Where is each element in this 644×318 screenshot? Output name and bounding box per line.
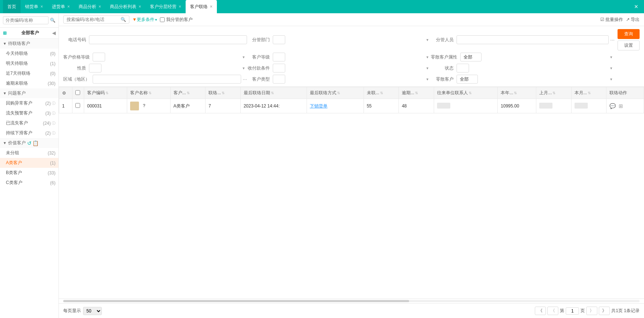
sidebar-item-today-label: 今天待联络 — [6, 50, 28, 57]
sidebar-item-declining[interactable]: 持续下滑客户 (2) ⓘ — [0, 128, 58, 138]
tab-customer-layer-close[interactable]: × — [179, 4, 181, 9]
region-dots-icon[interactable]: ··· — [243, 76, 247, 82]
contact-method-link[interactable]: 下销货单 — [310, 103, 328, 109]
th-settings[interactable]: ⚙ — [59, 87, 72, 99]
sidebar-item-tomorrow-count: (1) — [50, 61, 56, 66]
filter-search-input[interactable] — [67, 17, 119, 22]
sidebar-search-input[interactable] — [3, 16, 49, 24]
comment-action-icon[interactable]: 💬 — [609, 103, 616, 109]
sidebar-item-overdue[interactable]: 逾期未联络 (30) — [0, 78, 58, 88]
first-page-button[interactable]: 《 — [535, 307, 546, 315]
th-this-year[interactable]: 本年...⇅ — [498, 87, 536, 99]
window-close-icon[interactable]: × — [631, 3, 641, 11]
next-page-button[interactable]: 〉 — [586, 307, 597, 315]
sidebar-item-a-class[interactable]: A类客户 (1) — [0, 158, 58, 168]
th-last-month[interactable]: 上月...⇅ — [536, 87, 571, 99]
edit-icon[interactable]: 📋 — [32, 140, 39, 146]
export-btn[interactable]: ↗ 导出 — [626, 17, 640, 23]
payment-select[interactable] — [273, 64, 285, 73]
filter-search-icon[interactable]: 🔍 — [121, 17, 126, 22]
sidebar-item-today[interactable]: 今天待联络 (0) — [0, 49, 58, 59]
person-dots-icon[interactable]: ··· — [610, 37, 615, 43]
tab-customer-layer[interactable]: 客户分层经营 × — [146, 0, 186, 13]
phone-input[interactable] — [89, 35, 247, 44]
sidebar-item-declining-count: (2) — [45, 131, 51, 136]
person-input[interactable] — [457, 35, 609, 44]
prev-page-button[interactable]: 〈 — [547, 307, 558, 315]
tab-customer-contact-close[interactable]: × — [210, 4, 212, 9]
sidebar-item-week[interactable]: 近7天待联络 (0) — [0, 68, 58, 78]
retail-attr-select[interactable]: 全部 — [460, 53, 482, 61]
th-contact[interactable]: 联络...⇅ — [205, 87, 240, 99]
query-button[interactable]: 查询 — [618, 29, 640, 39]
sidebar-item-tomorrow[interactable]: 明天待联络 (1) — [0, 59, 58, 68]
more-conditions-btn[interactable]: ▼ 更多条件 ▾ — [132, 17, 157, 23]
th-overdue[interactable]: 逾期...⇅ — [399, 87, 434, 99]
sidebar-item-churn-warning[interactable]: 流失预警客户 (3) ⓘ — [0, 108, 58, 118]
group-arrow-pending: ▼ — [3, 42, 7, 46]
sidebar-search-icon[interactable]: 🔍 — [50, 18, 56, 23]
page-size-select[interactable]: 50 10 20 100 — [83, 307, 102, 315]
td-checkbox[interactable] — [72, 99, 84, 113]
sidebar-item-c-class[interactable]: C类客户 (6) — [0, 178, 58, 188]
th-code[interactable]: 客户编码⇅ — [84, 87, 127, 99]
payment-label: 收付款条件 — [247, 65, 273, 71]
th-this-month[interactable]: 本月...⇅ — [571, 87, 606, 99]
filter-bar: 🔍 ▼ 更多条件 ▾ 我分管的客户 ☑ 批量操作 ↗ 导出 — [59, 13, 644, 26]
my-customers-checkbox[interactable] — [160, 17, 165, 22]
sidebar-group-value[interactable]: ▼ 价值客户 ↺ 📋 — [0, 138, 58, 148]
th-checkbox[interactable] — [72, 87, 84, 99]
tab-sales[interactable]: 销货单 × — [21, 0, 47, 13]
all-customers-header[interactable]: ⊞ 全部客户 ◀ — [0, 28, 58, 39]
retail-customer-select[interactable]: 全部 — [457, 75, 478, 84]
td-last-contact-method[interactable]: 下销货单 — [307, 99, 364, 113]
th-contact-person[interactable]: 往来单位联系人⇅ — [434, 87, 498, 99]
price-grade-select[interactable] — [93, 53, 105, 61]
group-label-problem: 问题客户 — [8, 90, 26, 96]
sidebar-item-a-class-count: (1) — [50, 160, 56, 166]
settings-button[interactable]: 设置 — [618, 40, 640, 50]
group-label-pending: 待联络客户 — [8, 40, 30, 47]
row-checkbox[interactable] — [75, 103, 80, 108]
sidebar-group-problem[interactable]: ▼ 问题客户 — [0, 88, 58, 98]
page-number-input[interactable] — [566, 307, 579, 315]
customer-grade-select[interactable] — [273, 53, 285, 61]
sidebar-group-pending[interactable]: ▼ 待联络客户 — [0, 39, 58, 49]
last-page-button[interactable]: 》 — [599, 307, 610, 315]
sort-this-month-icon: ⇅ — [588, 91, 591, 95]
content-area: 🔍 ▼ 更多条件 ▾ 我分管的客户 ☑ 批量操作 ↗ 导出 — [59, 13, 644, 318]
tab-goods-analysis-list-close[interactable]: × — [139, 4, 141, 9]
region-input[interactable] — [93, 75, 241, 84]
sidebar-item-b-class[interactable]: B类客户 (33) — [0, 168, 58, 178]
sidebar-item-ungrouped[interactable]: 未分组 (32) — [0, 148, 58, 158]
select-all-checkbox[interactable] — [75, 90, 80, 95]
nature-select[interactable] — [89, 64, 101, 73]
td-this-month — [571, 99, 606, 113]
tab-goods-analysis-close[interactable]: × — [99, 4, 101, 9]
th-last-contact-date[interactable]: 最后联络日期⇅ — [240, 87, 307, 99]
customer-type-select[interactable] — [273, 75, 285, 84]
qrcode-action-icon[interactable]: ⊞ — [619, 103, 623, 109]
scrollbar-thumb[interactable] — [63, 300, 409, 302]
tab-sales-close[interactable]: × — [40, 4, 43, 9]
batch-op-btn[interactable]: ☑ 批量操作 — [600, 17, 623, 23]
tab-home[interactable]: 首页 — [3, 0, 21, 13]
scrollbar-track[interactable] — [63, 300, 640, 302]
td-action: 💬 ⊞ — [607, 99, 644, 113]
th-name[interactable]: 客户名称⇅ — [127, 87, 170, 99]
refresh-icon[interactable]: ↺ — [27, 140, 32, 146]
tab-purchase-close[interactable]: × — [67, 4, 70, 9]
dept-select[interactable] — [273, 35, 285, 44]
tab-purchase[interactable]: 进货单 × — [47, 0, 74, 13]
tab-goods-analysis[interactable]: 商品分析 × — [74, 0, 105, 13]
th-not-contacted[interactable]: 未联...⇅ — [364, 87, 398, 99]
th-type[interactable]: 客户...⇅ — [170, 87, 205, 99]
sidebar-item-repurchase-abnormal[interactable]: 回购异常客户 (2) ⓘ — [0, 98, 58, 108]
tab-customer-contact[interactable]: 客户联络 × — [186, 0, 217, 13]
tab-goods-analysis-list[interactable]: 商品分析列表 × — [105, 0, 146, 13]
sidebar-collapse-icon[interactable]: ◀ — [52, 31, 56, 36]
sidebar-item-churned[interactable]: 已流失客户 (24) ⓘ — [0, 118, 58, 128]
th-last-contact-method[interactable]: 最后联络方式⇅ — [307, 87, 364, 99]
horizontal-scrollbar[interactable] — [59, 298, 644, 303]
status-select[interactable] — [457, 64, 469, 73]
